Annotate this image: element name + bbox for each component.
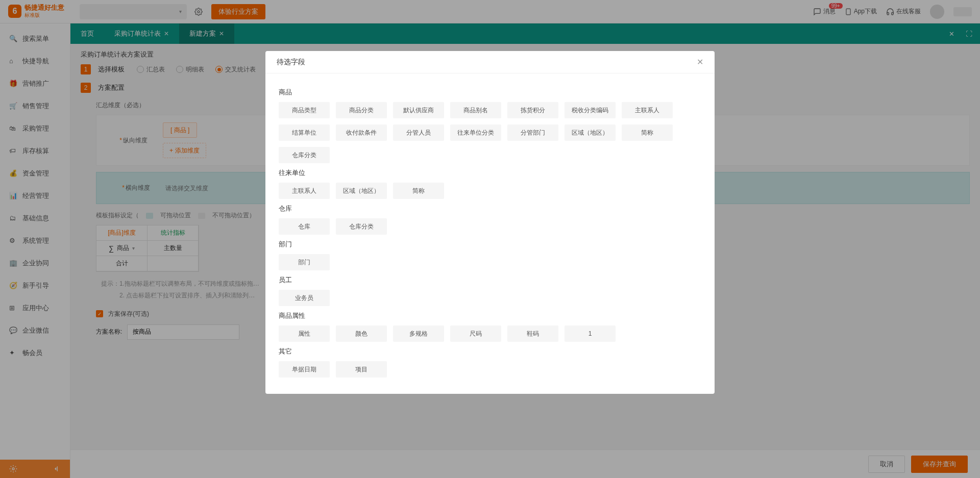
field-chip[interactable]: 区域（地区） — [336, 183, 387, 199]
field-chip[interactable]: 简称 — [622, 124, 673, 141]
field-chip[interactable]: 主联系人 — [279, 183, 330, 199]
field-chip[interactable]: 结算单位 — [279, 124, 330, 141]
field-chip[interactable]: 颜色 — [336, 325, 387, 342]
field-group-title: 往来单位 — [279, 168, 701, 178]
field-group-row: 业务员 — [279, 290, 701, 306]
field-group-title: 商品 — [279, 88, 701, 97]
field-chip[interactable]: 多规格 — [393, 325, 444, 342]
field-chip[interactable]: 仓库 — [279, 218, 330, 235]
field-chip[interactable]: 仓库分类 — [336, 218, 387, 235]
modal-title: 待选字段 — [277, 58, 305, 67]
field-chip[interactable]: 单据日期 — [279, 361, 330, 378]
field-chip[interactable]: 属性 — [279, 325, 330, 342]
field-chip[interactable]: 简称 — [393, 183, 444, 199]
field-group-row: 部门 — [279, 254, 701, 270]
modal-overlay[interactable]: 待选字段 ✕ 商品商品类型商品分类默认供应商商品别名拣货积分税收分类编码主联系人… — [0, 0, 980, 478]
modal-header: 待选字段 ✕ — [265, 51, 715, 73]
field-picker-modal: 待选字段 ✕ 商品商品类型商品分类默认供应商商品别名拣货积分税收分类编码主联系人… — [265, 51, 715, 394]
field-chip[interactable]: 仓库分类 — [279, 147, 330, 163]
field-chip[interactable]: 分管人员 — [393, 124, 444, 141]
field-chip[interactable]: 1 — [565, 325, 616, 342]
field-group-title: 仓库 — [279, 204, 701, 213]
field-chip[interactable]: 项目 — [336, 361, 387, 378]
field-group-row: 商品类型商品分类默认供应商商品别名拣货积分税收分类编码主联系人结算单位收付款条件… — [279, 102, 701, 163]
modal-body: 商品商品类型商品分类默认供应商商品别名拣货积分税收分类编码主联系人结算单位收付款… — [265, 73, 715, 394]
field-group-title: 部门 — [279, 240, 701, 249]
field-chip[interactable]: 部门 — [279, 254, 330, 270]
field-chip[interactable]: 分管部门 — [507, 124, 558, 141]
field-chip[interactable]: 默认供应商 — [393, 102, 444, 118]
field-chip[interactable]: 拣货积分 — [507, 102, 558, 118]
field-group-row: 单据日期项目 — [279, 361, 701, 378]
field-chip[interactable]: 业务员 — [279, 290, 330, 306]
field-chip[interactable]: 主联系人 — [622, 102, 673, 118]
field-chip[interactable]: 商品分类 — [336, 102, 387, 118]
field-chip[interactable]: 税收分类编码 — [565, 102, 616, 118]
field-chip[interactable]: 区域（地区） — [565, 124, 616, 141]
field-chip[interactable]: 尺码 — [450, 325, 501, 342]
app-root: 6 畅捷通好生意 标准版 ▾ 体验行业方案 消息 99+ App下载 — [0, 0, 980, 478]
field-group-row: 主联系人区域（地区）简称 — [279, 183, 701, 199]
field-chip[interactable]: 收付款条件 — [336, 124, 387, 141]
field-group-title: 商品属性 — [279, 311, 701, 320]
field-group-row: 仓库仓库分类 — [279, 218, 701, 235]
field-group-row: 属性颜色多规格尺码鞋码1 — [279, 325, 701, 342]
field-group-title: 员工 — [279, 275, 701, 285]
field-group-title: 其它 — [279, 347, 701, 356]
field-chip[interactable]: 往来单位分类 — [450, 124, 501, 141]
field-chip[interactable]: 商品类型 — [279, 102, 330, 118]
field-chip[interactable]: 商品别名 — [450, 102, 501, 118]
modal-close-button[interactable]: ✕ — [697, 57, 703, 67]
field-chip[interactable]: 鞋码 — [507, 325, 558, 342]
